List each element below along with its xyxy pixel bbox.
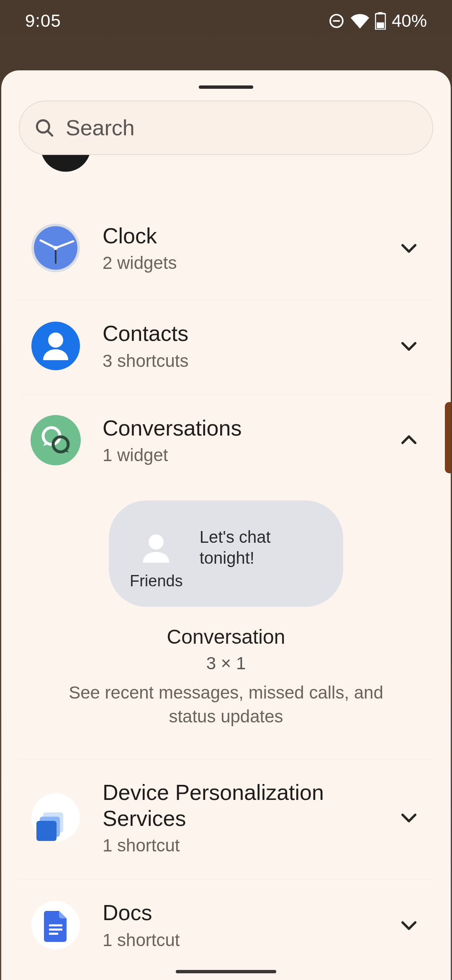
svg-line-6 xyxy=(48,131,52,136)
clock-app-icon xyxy=(31,223,81,273)
wifi-icon xyxy=(351,12,369,30)
list-item-docs[interactable]: Docs 1 shortcut xyxy=(19,879,433,970)
list-item-contacts[interactable]: Contacts 3 shortcuts xyxy=(19,300,433,391)
chevron-down-icon xyxy=(398,335,420,357)
svg-point-12 xyxy=(54,246,58,250)
list-item-title: Contacts xyxy=(103,320,376,346)
conversations-app-icon xyxy=(31,415,81,465)
status-time: 9:05 xyxy=(25,11,61,31)
chevron-down-icon xyxy=(398,914,420,936)
chevron-down-icon xyxy=(398,807,420,828)
list-item-title: Conversations xyxy=(103,415,376,441)
widget-caption-title: Conversation xyxy=(28,625,424,648)
list-item-subtitle: 3 shortcuts xyxy=(103,351,376,371)
docs-app-icon xyxy=(31,900,81,950)
preview-message: Let's chat tonight! xyxy=(200,526,322,568)
list-item-clock[interactable]: Clock 2 widgets xyxy=(19,219,433,297)
list-item-subtitle: 1 shortcut xyxy=(103,930,376,950)
list-item-title: Device Personalization Services xyxy=(103,779,376,832)
widget-caption-size: 3 × 1 xyxy=(28,653,424,673)
contacts-app-icon xyxy=(31,321,81,371)
svg-point-14 xyxy=(48,333,63,348)
battery-icon xyxy=(375,12,386,30)
svg-rect-26 xyxy=(49,933,58,935)
list-item-subtitle: 1 widget xyxy=(103,445,376,465)
list-item[interactable] xyxy=(19,155,433,188)
do-not-disturb-icon xyxy=(328,13,345,29)
svg-rect-25 xyxy=(49,928,62,931)
svg-rect-22 xyxy=(36,821,56,841)
gesture-nav-bar[interactable] xyxy=(176,970,276,973)
widget-caption-description: See recent messages, missed calls, and s… xyxy=(28,681,424,728)
chevron-down-icon xyxy=(398,237,420,259)
list-item-conversations[interactable]: Conversations 1 widget xyxy=(19,395,433,485)
dps-app-icon xyxy=(31,792,81,843)
drag-handle[interactable] xyxy=(199,85,253,89)
status-bar: 9:05 40% xyxy=(0,0,452,42)
battery-percent: 40% xyxy=(392,11,427,31)
status-icons: 40% xyxy=(328,11,427,31)
list-item-dps[interactable]: Device Personalization Services 1 shortc… xyxy=(19,759,433,876)
conversation-widget-preview[interactable]: Friends Let's chat tonight! xyxy=(109,500,343,607)
scroll-indicator[interactable] xyxy=(445,402,451,473)
list-item-subtitle: 2 widgets xyxy=(103,253,376,273)
chevron-up-icon xyxy=(398,429,420,451)
person-icon xyxy=(137,529,175,567)
widget-app-list[interactable]: Clock 2 widgets Contacts 3 shortcuts xyxy=(1,155,451,970)
preview-contact-name: Friends xyxy=(130,572,183,590)
list-item-title: Docs xyxy=(103,900,376,926)
svg-rect-24 xyxy=(49,924,62,926)
conversations-expanded: Friends Let's chat tonight! Conversation… xyxy=(19,500,433,755)
widget-picker-sheet: Search Clock 2 widgets xyxy=(1,70,451,980)
svg-point-18 xyxy=(149,534,164,549)
svg-rect-3 xyxy=(378,12,383,14)
search-placeholder: Search xyxy=(66,115,418,140)
svg-rect-4 xyxy=(377,23,384,28)
search-bar[interactable]: Search xyxy=(19,101,433,155)
list-item-subtitle: 1 shortcut xyxy=(103,836,376,856)
list-item-title: Clock xyxy=(103,223,376,249)
search-icon xyxy=(34,117,55,138)
